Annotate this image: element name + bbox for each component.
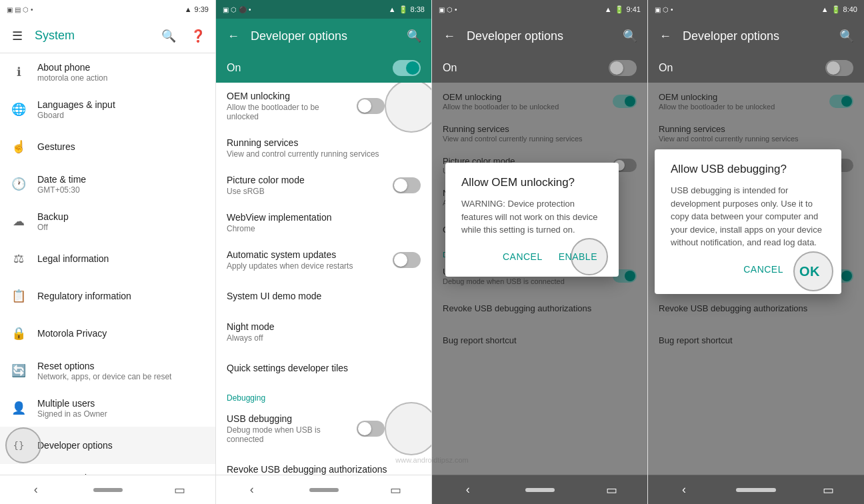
panel4-content: OEM unlocking Allow the bootloader to be… bbox=[648, 83, 864, 475]
settings-scroll-panel2[interactable]: OEM unlocking Allow the bootloader to be… bbox=[216, 83, 431, 475]
legal-label: Legal information bbox=[37, 253, 205, 264]
home-pill-panel1[interactable] bbox=[72, 475, 144, 504]
panel-developer-options: ▣⬡⚫• ▲ 🔋 8:38 ← Developer options 🔍 On O… bbox=[216, 0, 432, 504]
search-icon-panel4[interactable]: 🔍 bbox=[835, 24, 859, 48]
backup-label: Backup bbox=[37, 211, 205, 222]
datetime-icon: 🕐 bbox=[11, 176, 27, 192]
status-right-panel1: ▲ 9:39 bbox=[185, 5, 209, 13]
wifi-icon-panel3: ▲ bbox=[605, 5, 612, 13]
oem-enable-btn[interactable]: Enable bbox=[553, 247, 603, 266]
sidebar-item-reset[interactable]: 🔄 Reset options Network, apps, or device… bbox=[0, 352, 215, 389]
recents-btn-panel2[interactable]: ▭ bbox=[359, 475, 431, 504]
setting-oem-unlocking[interactable]: OEM unlocking Allow the bootloader to be… bbox=[216, 83, 431, 129]
sidebar-item-regulatory[interactable]: 📋 Regulatory information bbox=[0, 277, 215, 315]
search-icon-panel1[interactable]: 🔍 bbox=[157, 24, 181, 48]
sidebar-item-languages[interactable]: 🌐 Languages & input Gboard bbox=[0, 91, 215, 128]
usb-sublabel: Debug mode when USB is connected bbox=[227, 425, 349, 444]
usb-cancel-btn[interactable]: Cancel bbox=[738, 260, 789, 283]
sidebar-item-legal[interactable]: ⚖ Legal information bbox=[0, 240, 215, 277]
regulatory-label: Regulatory information bbox=[37, 291, 205, 301]
sidebar-item-motorola-privacy[interactable]: 🔒 Motorola Privacy bbox=[0, 315, 215, 352]
battery-panel2: 🔋 bbox=[399, 5, 408, 14]
back-btn-panel3[interactable]: ‹ bbox=[432, 475, 504, 504]
toolbar-title-panel3: Developer options bbox=[467, 29, 613, 43]
sidebar-item-backup[interactable]: ☁ Backup Off bbox=[0, 203, 215, 240]
developer-label: Developer options bbox=[37, 440, 205, 451]
setting-quick-tiles[interactable]: Quick settings developer tiles bbox=[216, 351, 431, 385]
toolbar-title-panel2: Developer options bbox=[251, 29, 397, 43]
search-icon-panel3[interactable]: 🔍 bbox=[618, 24, 642, 48]
usb-ok-btn[interactable]: OK bbox=[794, 260, 825, 283]
sidebar-item-about-phone[interactable]: ℹ About phone motorola one action bbox=[0, 53, 215, 91]
home-btn-panel4[interactable] bbox=[720, 475, 792, 504]
back-icon-panel4[interactable]: ← bbox=[653, 24, 677, 48]
time-panel2: 8:38 bbox=[411, 5, 425, 13]
setting-ui-demo[interactable]: System UI demo mode bbox=[216, 279, 431, 313]
search-icon-panel2[interactable]: 🔍 bbox=[402, 24, 426, 48]
usb-toggle[interactable] bbox=[357, 421, 385, 437]
bottom-nav-panel4: ‹ ▭ bbox=[648, 475, 864, 504]
oem-cancel-btn[interactable]: Cancel bbox=[497, 247, 548, 266]
back-btn-panel2[interactable]: ‹ bbox=[216, 475, 288, 504]
users-label: Multiple users bbox=[37, 398, 205, 409]
back-btn-panel1[interactable]: ‹ bbox=[0, 475, 72, 504]
main-toggle-panel4[interactable] bbox=[825, 60, 853, 76]
oem-sublabel: Allow the bootloader to be unlocked bbox=[227, 103, 349, 121]
color-toggle[interactable] bbox=[393, 177, 421, 193]
backup-icon: ☁ bbox=[11, 213, 27, 229]
setting-webview[interactable]: WebView implementation Chrome bbox=[216, 204, 431, 241]
panel-oem-dialog: ▣⬡• ▲ 🔋 9:41 ← Developer options 🔍 On OE… bbox=[432, 0, 648, 504]
back-icon-panel2[interactable]: ← bbox=[221, 24, 245, 48]
setting-auto-updates[interactable]: Automatic system updates Apply updates w… bbox=[216, 241, 431, 279]
sidebar-item-datetime[interactable]: 🕐 Date & time GMT+05:30 bbox=[0, 165, 215, 203]
users-icon: 👤 bbox=[11, 400, 27, 416]
setting-night-mode[interactable]: Night mode Always off bbox=[216, 313, 431, 351]
users-sublabel: Signed in as Owner bbox=[37, 409, 205, 419]
status-left-panel1: ▣▤⬡• bbox=[7, 6, 33, 13]
demo-label: System UI demo mode bbox=[227, 291, 421, 301]
recents-btn-panel4[interactable]: ▭ bbox=[792, 475, 864, 504]
on-label-panel2: On bbox=[227, 62, 393, 74]
privacy-icon: 🔒 bbox=[11, 325, 27, 341]
wifi-icon-panel1: ▲ bbox=[185, 5, 192, 13]
reset-sublabel: Network, apps, or device can be reset bbox=[37, 372, 205, 381]
help-icon-panel1[interactable]: ❓ bbox=[186, 24, 210, 48]
oem-toggle-circle bbox=[385, 83, 431, 133]
running-sublabel: View and control currently running servi… bbox=[227, 149, 421, 159]
sidebar-item-users[interactable]: 👤 Multiple users Signed in as Owner bbox=[0, 389, 215, 427]
wifi-icon-panel4: ▲ bbox=[821, 5, 829, 13]
setting-picture-color[interactable]: Picture color mode Use sRGB bbox=[216, 167, 431, 204]
menu-icon-panel1[interactable]: ☰ bbox=[5, 24, 29, 48]
oem-dialog-actions: Cancel Enable bbox=[461, 247, 603, 271]
autoupdate-toggle[interactable] bbox=[393, 252, 421, 268]
setting-running-services[interactable]: Running services View and control curren… bbox=[216, 129, 431, 167]
home-btn-panel3[interactable] bbox=[504, 475, 576, 504]
on-bar-panel2: On bbox=[216, 53, 431, 83]
home-btn-panel2[interactable] bbox=[288, 475, 360, 504]
setting-revoke-usb[interactable]: Revoke USB debugging authorizations bbox=[216, 452, 431, 475]
oem-toggle-thumb bbox=[358, 99, 371, 113]
main-toggle-panel3[interactable] bbox=[609, 60, 637, 76]
back-btn-panel4[interactable]: ‹ bbox=[648, 475, 720, 504]
main-toggle-panel2[interactable] bbox=[393, 60, 421, 76]
recents-btn-panel3[interactable]: ▭ bbox=[575, 475, 647, 504]
panel-system: ▣▤⬡• ▲ 9:39 ☰ System 🔍 ❓ ℹ About phone m… bbox=[0, 0, 216, 504]
about-icon: ℹ bbox=[11, 64, 27, 80]
sidebar-item-developer-options[interactable]: {} Developer options bbox=[0, 427, 215, 464]
toolbar-title-panel1: System bbox=[35, 29, 151, 43]
usb-toggle-circle bbox=[385, 402, 431, 455]
status-bar-panel1: ▣▤⬡• ▲ 9:39 bbox=[0, 0, 215, 19]
back-icon-panel3[interactable]: ← bbox=[437, 24, 461, 48]
notification-icons-panel1: ▣▤⬡• bbox=[7, 6, 33, 13]
recents-btn-panel1[interactable]: ▭ bbox=[143, 475, 215, 504]
privacy-label: Motorola Privacy bbox=[37, 328, 205, 339]
gestures-label: Gestures bbox=[37, 141, 205, 152]
oem-toggle[interactable] bbox=[357, 98, 385, 114]
tiles-label: Quick settings developer tiles bbox=[227, 363, 421, 373]
status-bar-panel3: ▣⬡• ▲ 🔋 9:41 bbox=[432, 0, 647, 19]
sidebar-item-system-updates[interactable]: 📱 System updates Updated to Android 9 bbox=[0, 464, 215, 475]
toolbar-panel1: ☰ System 🔍 ❓ bbox=[0, 19, 215, 53]
usb-dialog-title: Allow USB debugging? bbox=[671, 163, 825, 176]
setting-usb-debugging[interactable]: USB debugging Debug mode when USB is con… bbox=[216, 405, 431, 452]
sidebar-item-gestures[interactable]: ☝ Gestures bbox=[0, 128, 215, 165]
